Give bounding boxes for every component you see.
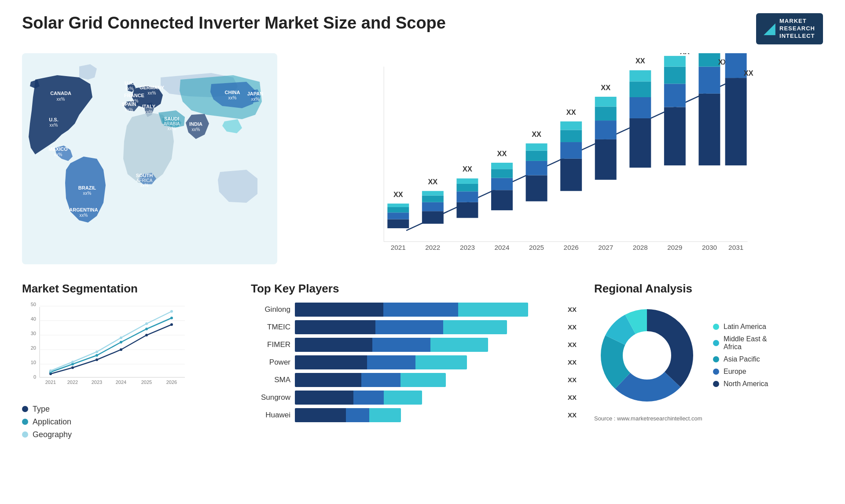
- player-name-sungrow: Sungrow: [251, 393, 290, 402]
- player-val-sma: XX: [568, 376, 577, 383]
- svg-point-115: [96, 354, 98, 357]
- svg-text:xx%: xx%: [148, 91, 156, 95]
- svg-text:2021: 2021: [45, 380, 56, 385]
- svg-text:50: 50: [31, 303, 36, 307]
- bottom-grid: Market Segmentation 0 10 20 30 40 50: [22, 282, 823, 439]
- svg-rect-78: [698, 53, 720, 67]
- svg-text:xx%: xx%: [140, 183, 149, 188]
- svg-rect-70: [664, 84, 686, 107]
- svg-text:2021: 2021: [391, 244, 406, 251]
- svg-point-120: [71, 361, 74, 363]
- donut-hole: [625, 333, 669, 377]
- svg-rect-28: [422, 202, 444, 211]
- svg-text:2026: 2026: [564, 244, 579, 251]
- svg-text:xx%: xx%: [168, 126, 176, 131]
- svg-point-111: [145, 334, 148, 336]
- svg-rect-71: [664, 66, 686, 84]
- svg-rect-40: [491, 178, 513, 190]
- svg-text:2027: 2027: [598, 244, 613, 251]
- svg-text:2022: 2022: [425, 244, 440, 251]
- player-sungrow: Sungrow XX: [251, 391, 577, 405]
- svg-rect-64: [629, 97, 651, 118]
- seg-chart-container: 0 10 20 30 40 50 2021 20: [22, 303, 216, 399]
- svg-rect-39: [491, 190, 513, 210]
- legend-type: Type: [22, 405, 216, 414]
- svg-rect-59: [595, 106, 617, 121]
- application-dot: [22, 419, 28, 425]
- svg-text:xx%: xx%: [57, 97, 65, 102]
- canada-label: CANADA: [50, 91, 71, 96]
- source-text: Source : www.marketresearchintellect.com: [594, 415, 702, 422]
- logo-text: MARKET RESEARCH INTELLECT: [779, 18, 815, 40]
- player-val-fimer: XX: [568, 341, 577, 348]
- svg-rect-76: [698, 94, 720, 165]
- italy-label: ITALY: [142, 104, 156, 109]
- svg-rect-57: [595, 139, 617, 180]
- svg-point-121: [96, 351, 98, 353]
- svg-text:XX: XX: [463, 165, 472, 173]
- asia-dot: [713, 356, 719, 362]
- bar-2028: XX 2028: [629, 57, 651, 251]
- svg-rect-36: [456, 178, 478, 183]
- svg-text:XX: XX: [744, 69, 753, 77]
- map-section: CANADA xx% U.S. xx% MEXICO xx% BRAZIL xx…: [22, 53, 277, 273]
- us-label: U.S.: [49, 117, 58, 122]
- svg-rect-60: [595, 97, 617, 106]
- mexico-label: MEXICO: [48, 146, 68, 152]
- india-label: INDIA: [189, 121, 202, 127]
- svg-text:xx%: xx%: [145, 110, 153, 114]
- bar-2022: XX 2022: [422, 178, 444, 251]
- reg-legend-europe: Europe: [713, 368, 768, 376]
- svg-text:2024: 2024: [494, 244, 510, 251]
- svg-rect-53: [560, 130, 582, 142]
- svg-text:xx%: xx%: [125, 107, 133, 112]
- europe-label: Europe: [724, 368, 746, 376]
- bar-2031: 2031 XX: [725, 53, 753, 251]
- svg-rect-22: [387, 212, 409, 219]
- segmentation-title: Market Segmentation: [22, 282, 216, 296]
- svg-rect-63: [629, 118, 651, 168]
- germany-label: GERMANY: [140, 85, 165, 90]
- bar-2027: XX 2027: [595, 83, 617, 251]
- reg-legend-middle-east: Middle East &Africa: [713, 335, 768, 351]
- header: Solar Grid Connected Inverter Market Siz…: [22, 13, 823, 44]
- svg-text:40: 40: [31, 316, 36, 321]
- svg-text:2024: 2024: [116, 380, 126, 385]
- asia-label: Asia Pacific: [724, 355, 760, 363]
- svg-point-109: [96, 358, 98, 361]
- logo-letter: ◢: [764, 20, 775, 37]
- svg-rect-66: [629, 70, 651, 81]
- svg-text:2022: 2022: [67, 380, 78, 385]
- svg-text:XX: XX: [680, 53, 690, 55]
- bar-2030: 2030 XX: [698, 53, 727, 251]
- donut-and-legend: Latin America Middle East &Africa Asia P…: [594, 303, 768, 408]
- uk-label: U.K.: [125, 80, 134, 86]
- spain-label: SPAIN: [122, 102, 136, 107]
- players-list: Ginlong XX TMEIC: [251, 303, 577, 426]
- north-america-label: North America: [724, 380, 768, 388]
- svg-text:10: 10: [31, 360, 36, 365]
- player-val-tmeic: XX: [568, 323, 577, 331]
- bar-2021: XX 2021: [387, 190, 409, 251]
- seg-legend: Type Application Geography: [22, 405, 216, 439]
- svg-point-124: [170, 310, 173, 313]
- svg-point-122: [120, 336, 122, 339]
- bar-chart-section: XX 2021 XX 2022: [290, 53, 823, 273]
- svg-text:xx%: xx%: [125, 86, 134, 91]
- player-name-fimer: FIMER: [251, 340, 290, 349]
- map-container: CANADA xx% U.S. xx% MEXICO xx% BRAZIL xx…: [22, 53, 277, 273]
- svg-rect-30: [422, 191, 444, 195]
- player-val-ginlong: XX: [568, 306, 577, 313]
- svg-text:xx%: xx%: [192, 127, 200, 132]
- svg-rect-42: [491, 163, 513, 169]
- main-grid: CANADA xx% U.S. xx% MEXICO xx% BRAZIL xx…: [22, 53, 823, 439]
- svg-rect-48: [526, 143, 547, 150]
- svg-rect-35: [456, 184, 478, 191]
- svg-text:xx%: xx%: [251, 97, 260, 102]
- players-section: Top Key Players Ginlong XX: [233, 282, 577, 439]
- svg-text:2029: 2029: [667, 244, 682, 251]
- player-val-power: XX: [568, 358, 577, 366]
- middle-east-dot: [713, 340, 719, 346]
- svg-point-119: [49, 369, 52, 372]
- svg-text:2028: 2028: [633, 244, 648, 251]
